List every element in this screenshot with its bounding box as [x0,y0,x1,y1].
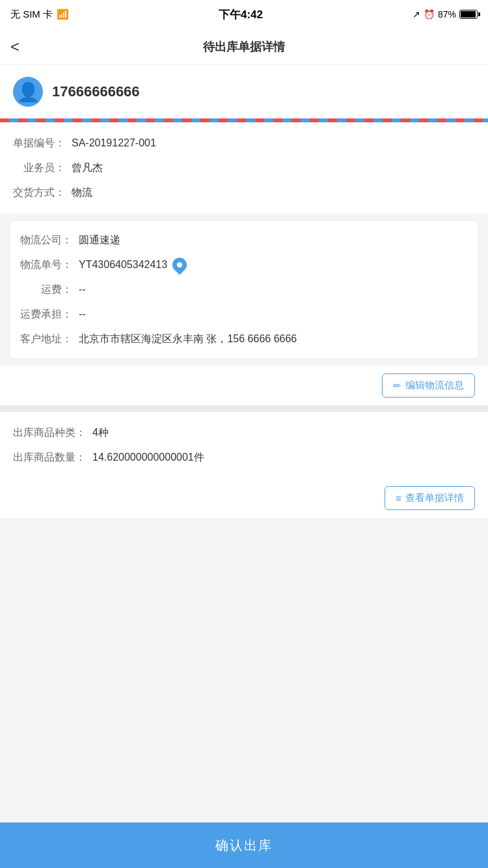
order-number-row: 单据编号： SA-20191227-001 [13,135,475,151]
freight-label: 运费： [20,282,79,297]
freight-bearer-value: -- [79,306,468,322]
view-details-button[interactable]: ≡ 查看单据详情 [385,486,475,510]
tracking-number-text: YT4306405342413 [79,257,167,273]
battery-percent: 87% [438,9,456,20]
sales-rep-label: 业务员： [13,160,72,176]
product-section: 出库商品种类： 4种 出库商品数量： 14.620000000000001件 [0,412,488,478]
status-right: ↗ ⏰ 87% [413,9,478,20]
avatar: 👤 [13,77,43,107]
logistics-company-row: 物流公司： 圆通速递 [20,232,468,248]
customer-row: 👤 17666666666 [0,65,488,118]
confirm-btn-text: 确认出库 [215,837,273,854]
avatar-icon: 👤 [17,81,40,103]
edit-btn-row: ✏ 编辑物流信息 [0,366,488,405]
tracking-label: 物流单号： [20,257,79,273]
freight-bearer-row: 运费承担： -- [20,306,468,322]
customer-phone: 17666666666 [52,83,140,100]
tracking-number-row: 物流单号： YT4306405342413 [20,257,468,273]
location-pin-icon[interactable] [170,254,190,275]
battery-icon [459,10,478,19]
location-icon: ↗ [413,9,420,20]
order-number-label: 单据编号： [13,135,72,151]
edit-icon: ✏ [393,380,401,392]
address-row: 客户地址： 北京市市辖区海淀区永丰南 张，156 6666 6666 [20,331,468,347]
product-type-value: 4种 [92,425,475,441]
product-type-row: 出库商品种类： 4种 [13,425,475,441]
delivery-label: 交货方式： [13,185,72,200]
delivery-row: 交货方式： 物流 [13,185,475,200]
status-bar: 无 SIM 卡 📶 下午4:42 ↗ ⏰ 87% [0,0,488,29]
list-icon: ≡ [396,493,401,504]
status-time: 下午4:42 [219,7,263,22]
edit-logistics-button[interactable]: ✏ 编辑物流信息 [382,373,475,398]
tracking-value: YT4306405342413 [79,257,468,273]
product-type-label: 出库商品种类： [13,425,92,441]
freight-value: -- [79,282,468,297]
wifi-icon: 📶 [57,8,69,20]
product-quantity-value: 14.620000000000001件 [92,450,475,465]
sales-rep-row: 业务员： 曾凡杰 [13,160,475,176]
delivery-value: 物流 [72,185,475,200]
page-title: 待出库单据详情 [203,39,285,55]
order-info-section: 单据编号： SA-20191227-001 业务员： 曾凡杰 交货方式： 物流 [0,122,488,213]
alarm-icon: ⏰ [424,9,435,20]
product-quantity-label: 出库商品数量： [13,450,92,465]
carrier-label: 无 SIM 卡 [10,8,53,21]
logistics-card: 物流公司： 圆通速递 物流单号： YT4306405342413 运费： -- … [9,220,479,359]
confirm-button[interactable]: 确认出库 [0,822,488,868]
section-divider [0,405,488,412]
logistics-company-value: 圆通速递 [79,232,468,248]
sales-rep-value: 曾凡杰 [72,160,475,176]
address-value: 北京市市辖区海淀区永丰南 张，156 6666 6666 [79,331,468,347]
status-left: 无 SIM 卡 📶 [10,8,69,21]
product-quantity-row: 出库商品数量： 14.620000000000001件 [13,450,475,465]
bottom-spacer [0,518,488,570]
logistics-company-label: 物流公司： [20,232,79,248]
freight-row: 运费： -- [20,282,468,297]
address-label: 客户地址： [20,331,79,347]
back-button[interactable]: < [5,33,25,61]
edit-btn-label: 编辑物流信息 [405,379,464,392]
view-details-row: ≡ 查看单据详情 [0,478,488,518]
order-number-value: SA-20191227-001 [72,135,475,151]
nav-bar: < 待出库单据详情 [0,29,488,65]
freight-bearer-label: 运费承担： [20,306,79,322]
view-details-label: 查看单据详情 [405,492,464,504]
